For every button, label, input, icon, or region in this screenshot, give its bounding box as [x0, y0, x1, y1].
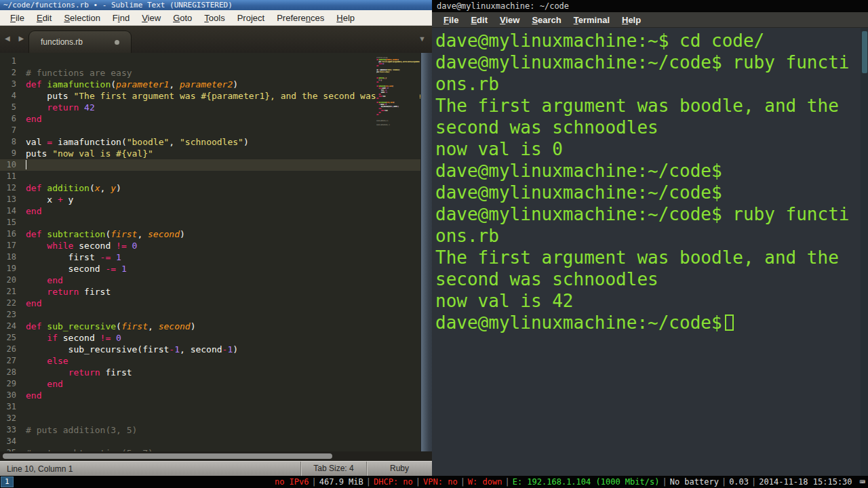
menu-item-edit[interactable]: Edit	[31, 13, 58, 23]
code-line-2[interactable]: 2# functions are easy	[0, 67, 432, 79]
tab-scroll-arrows-icon[interactable]: ◀ ▶	[5, 35, 27, 42]
terminal-menu-item-file[interactable]: File	[437, 15, 465, 25]
code-line-13[interactable]: 13 x + y	[0, 194, 432, 205]
terminal-output[interactable]: dave@mylinuxmachine:~$ cd code/dave@myli…	[432, 28, 861, 476]
code-line-33[interactable]: 33# puts addition(3, 5)	[0, 424, 432, 436]
line-number: 17	[0, 240, 26, 251]
tab-functions-rb[interactable]: functions.rb	[28, 30, 132, 53]
code-line-32[interactable]: 32	[0, 413, 432, 424]
terminal-title-bar[interactable]: dave@mylinuxmachine: ~/code	[432, 0, 868, 12]
editor-vertical-scrollbar[interactable]	[420, 53, 432, 451]
code-line-29[interactable]: 29 end	[0, 378, 432, 390]
sublime-tab-bar: ◀ ▶ functions.rb ▼	[0, 26, 432, 53]
menu-item-file[interactable]: File	[4, 13, 31, 23]
line-number: 18	[0, 251, 26, 263]
code-text: def addition(x, y)	[26, 182, 121, 194]
status-separator: |	[721, 477, 727, 487]
menu-item-help[interactable]: Help	[330, 13, 361, 23]
code-line-19[interactable]: 19 second -= 1	[0, 263, 432, 274]
code-line-6[interactable]: 6end	[0, 113, 432, 125]
syntax-indicator[interactable]: Ruby	[366, 462, 432, 476]
terminal-menu-item-terminal[interactable]: Terminal	[568, 15, 616, 25]
modified-dot-icon	[115, 40, 119, 45]
code-line-34[interactable]: 34	[0, 436, 432, 447]
line-number: 32	[0, 413, 26, 424]
line-number: 4	[0, 90, 26, 102]
code-line-17[interactable]: 17 while second != 0	[0, 240, 432, 251]
code-line-8[interactable]: 8val = iamafunction("boodle", "schnoodle…	[0, 136, 432, 148]
code-line-23[interactable]: 23	[0, 309, 432, 321]
code-line-26[interactable]: 26 sub_recursive(first-1, second-1)	[0, 344, 432, 355]
status-segment: no IPv6	[273, 477, 311, 487]
code-line-22[interactable]: 22end	[0, 298, 432, 309]
code-line-20[interactable]: 20 end	[0, 274, 432, 286]
terminal-line: dave@mylinuxmachine:~/code$	[435, 160, 861, 182]
sublime-title-bar[interactable]: ~/code/functions.rb • - Sublime Text (UN…	[0, 0, 432, 10]
terminal-window: dave@mylinuxmachine: ~/code FileEditView…	[432, 0, 868, 476]
status-separator: |	[460, 477, 466, 487]
menu-item-find[interactable]: Find	[106, 13, 136, 23]
horizontal-scrollbar-thumb[interactable]	[3, 453, 332, 459]
code-text: def iamafunction(parameter1, parameter2)	[26, 79, 238, 90]
code-line-4[interactable]: 4 puts "The first argument was #{paramet…	[0, 90, 432, 102]
code-line-24[interactable]: 24def sub_recursive(first, second)	[0, 321, 432, 332]
terminal-scrollbar[interactable]	[861, 28, 868, 476]
code-text: return first	[26, 367, 132, 378]
code-line-5[interactable]: 5 return 42	[0, 102, 432, 113]
editor-horizontal-scrollbar[interactable]	[0, 451, 432, 461]
code-text: sub_recursive(first-1, second-1)	[26, 344, 238, 355]
code-line-7[interactable]: 7	[0, 125, 432, 136]
code-line-28[interactable]: 28 return first	[0, 367, 432, 378]
code-line-14[interactable]: 14end	[0, 205, 432, 217]
tab-overflow-icon[interactable]: ▼	[418, 35, 426, 43]
terminal-menu-item-view[interactable]: View	[494, 15, 526, 25]
line-number: 34	[0, 436, 26, 447]
code-line-27[interactable]: 27 else	[0, 355, 432, 367]
line-number: 16	[0, 228, 26, 240]
terminal-line: now val is 0	[435, 138, 861, 160]
terminal-menu-item-search[interactable]: Search	[526, 15, 567, 25]
code-line-12[interactable]: 12def addition(x, y)	[0, 182, 432, 194]
code-line-9[interactable]: 9puts "now val is #{val}"	[0, 148, 432, 159]
menu-item-selection[interactable]: Selection	[58, 13, 106, 23]
code-line-21[interactable]: 21 return first	[0, 286, 432, 298]
terminal-menu-item-help[interactable]: Help	[616, 15, 647, 25]
code-editor[interactable]: 12# functions are easy3def iamafunction(…	[0, 53, 432, 451]
tab-size-indicator[interactable]: Tab Size: 4	[300, 462, 366, 476]
code-line-15[interactable]: 15	[0, 217, 432, 228]
status-segment: 0.03	[727, 477, 751, 487]
sublime-window: ~/code/functions.rb • - Sublime Text (UN…	[0, 0, 432, 476]
menu-item-project[interactable]: Project	[231, 13, 271, 23]
status-separator: |	[366, 477, 372, 487]
taskbar: 1 no IPv6|467.9 MiB|DHCP: no|VPN: no|W: …	[0, 476, 868, 488]
keyboard-tray-icon[interactable]: ⌨	[860, 476, 865, 487]
code-line-25[interactable]: 25 if second != 0	[0, 332, 432, 344]
menu-item-goto[interactable]: Goto	[167, 13, 198, 23]
terminal-scrollbar-thumb[interactable]	[862, 31, 867, 73]
menu-item-tools[interactable]: Tools	[198, 13, 231, 23]
status-segment: E: 192.168.1.104 (1000 Mbit/s)	[511, 477, 662, 487]
code-line-18[interactable]: 18 first -= 1	[0, 251, 432, 263]
terminal-menu-item-edit[interactable]: Edit	[465, 15, 494, 25]
line-number: 1	[0, 56, 26, 67]
code-text: return first	[26, 286, 111, 298]
minimap[interactable]: # functions are easydef iamafunction(par…	[376, 53, 420, 148]
workspace-indicator[interactable]: 1	[1, 476, 14, 487]
minimap-line: # puts subtraction(5, 7)	[376, 124, 420, 126]
menu-item-view[interactable]: View	[136, 13, 167, 23]
code-line-3[interactable]: 3def iamafunction(parameter1, parameter2…	[0, 79, 432, 90]
code-text: return 42	[26, 102, 95, 113]
code-line-1[interactable]: 1	[0, 56, 432, 67]
code-line-30[interactable]: 30end	[0, 390, 432, 401]
code-line-10[interactable]: 10	[0, 159, 432, 171]
code-line-31[interactable]: 31	[0, 401, 432, 413]
line-number: 24	[0, 321, 26, 332]
code-line-16[interactable]: 16def subtraction(first, second)	[0, 228, 432, 240]
menu-item-preferences[interactable]: Preferences	[271, 13, 330, 23]
status-separator: |	[661, 477, 667, 487]
system-status-area: no IPv6|467.9 MiB|DHCP: no|VPN: no|W: do…	[273, 477, 856, 487]
code-text	[26, 159, 26, 171]
terminal-line: dave@mylinuxmachine:~/code$ ruby functi	[435, 203, 861, 225]
terminal-line: now val is 42	[435, 290, 861, 312]
code-line-11[interactable]: 11	[0, 171, 432, 182]
